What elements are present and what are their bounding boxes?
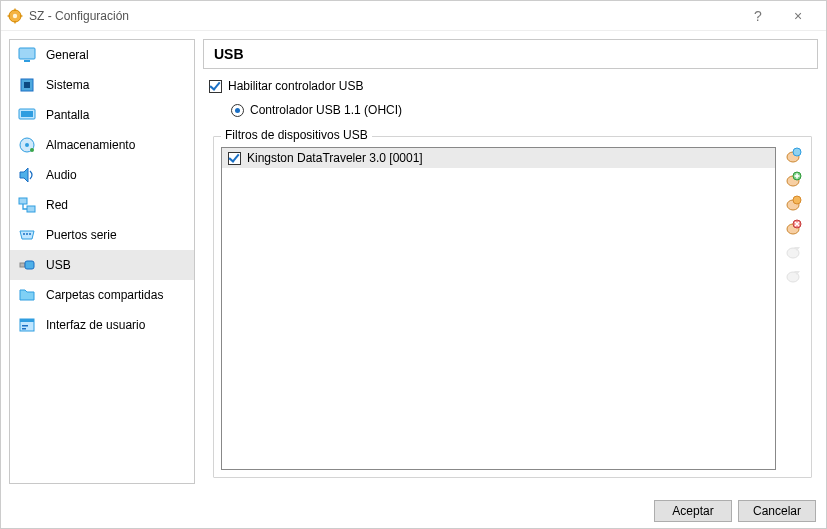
settings-sidebar: General Sistema Pantalla Almacenamiento (9, 39, 195, 484)
network-icon (18, 196, 36, 214)
ui-icon (18, 316, 36, 334)
sidebar-item-interfaz[interactable]: Interfaz de usuario (10, 310, 194, 340)
speaker-icon (18, 166, 36, 184)
sidebar-item-usb[interactable]: USB (10, 250, 194, 280)
checkbox-icon (228, 152, 241, 165)
enable-usb-checkbox[interactable]: Habilitar controlador USB (209, 79, 816, 93)
sidebar-item-label: Interfaz de usuario (46, 318, 145, 332)
section-title-box: USB (203, 39, 818, 69)
sidebar-item-label: Sistema (46, 78, 89, 92)
settings-main: USB Habilitar controlador USB Controlado… (203, 39, 818, 484)
display-icon (18, 106, 36, 124)
close-button[interactable]: × (778, 2, 818, 30)
svg-rect-7 (24, 60, 30, 62)
sidebar-item-label: Pantalla (46, 108, 89, 122)
svg-point-33 (793, 196, 801, 204)
folder-icon (18, 286, 36, 304)
monitor-icon (18, 46, 36, 64)
sidebar-item-label: USB (46, 258, 71, 272)
chip-icon (18, 76, 36, 94)
svg-point-27 (793, 148, 801, 156)
usb-add-device-icon[interactable] (784, 171, 802, 189)
serial-icon (18, 226, 36, 244)
usb-filters-group-label: Filtros de dispositivos USB (221, 128, 372, 142)
sidebar-item-general[interactable]: General (10, 40, 194, 70)
usb-filter-list[interactable]: Kingston DataTraveler 3.0 [0001] (221, 147, 776, 470)
svg-rect-11 (21, 111, 33, 117)
sidebar-item-audio[interactable]: Audio (10, 160, 194, 190)
accept-button[interactable]: Aceptar (654, 500, 732, 522)
settings-window: SZ - Configuración ? × General Sistema (0, 0, 827, 529)
usb-filter-item[interactable]: Kingston DataTraveler 3.0 [0001] (222, 148, 775, 168)
checkbox-icon (209, 80, 222, 93)
svg-rect-15 (19, 198, 27, 204)
usb-up-icon (784, 243, 802, 261)
radio-icon (231, 104, 244, 117)
sidebar-item-label: Red (46, 198, 68, 212)
svg-rect-6 (19, 48, 35, 59)
svg-rect-21 (25, 261, 34, 269)
usb-edit-icon[interactable] (784, 195, 802, 213)
disk-icon (18, 136, 36, 154)
svg-point-18 (26, 233, 28, 235)
usb-filter-label: Kingston DataTraveler 3.0 [0001] (247, 151, 423, 165)
sidebar-item-almacenamiento[interactable]: Almacenamiento (10, 130, 194, 160)
titlebar: SZ - Configuración ? × (1, 1, 826, 31)
app-icon (7, 8, 23, 24)
svg-rect-16 (27, 206, 35, 212)
svg-point-13 (25, 143, 29, 147)
svg-rect-25 (22, 328, 26, 330)
usb-remove-icon[interactable] (784, 219, 802, 237)
svg-point-14 (30, 148, 34, 152)
svg-rect-23 (20, 319, 34, 322)
sidebar-item-pantalla[interactable]: Pantalla (10, 100, 194, 130)
svg-point-1 (13, 13, 17, 17)
sidebar-item-label: Carpetas compartidas (46, 288, 163, 302)
sidebar-item-puertos-serie[interactable]: Puertos serie (10, 220, 194, 250)
svg-rect-20 (20, 263, 25, 267)
help-button[interactable]: ? (738, 2, 778, 30)
usb-down-icon (784, 267, 802, 285)
section-title: USB (214, 46, 244, 62)
sidebar-item-label: Puertos serie (46, 228, 117, 242)
svg-rect-9 (24, 82, 30, 88)
window-title: SZ - Configuración (29, 9, 129, 23)
sidebar-item-sistema[interactable]: Sistema (10, 70, 194, 100)
enable-usb-label: Habilitar controlador USB (228, 79, 363, 93)
svg-point-19 (29, 233, 31, 235)
usb-filters-group: Filtros de dispositivos USB Kingston Dat… (213, 129, 812, 478)
sidebar-item-carpetas[interactable]: Carpetas compartidas (10, 280, 194, 310)
usb-controller-label: Controlador USB 1.1 (OHCI) (250, 103, 402, 117)
usb-add-empty-icon[interactable] (784, 147, 802, 165)
dialog-footer: Aceptar Cancelar (1, 492, 826, 528)
svg-point-17 (23, 233, 25, 235)
sidebar-item-red[interactable]: Red (10, 190, 194, 220)
sidebar-item-label: Almacenamiento (46, 138, 135, 152)
sidebar-item-label: General (46, 48, 89, 62)
sidebar-item-label: Audio (46, 168, 77, 182)
usb-controller-radio[interactable]: Controlador USB 1.1 (OHCI) (231, 103, 816, 117)
cancel-button[interactable]: Cancelar (738, 500, 816, 522)
usb-filter-actions (782, 147, 804, 470)
svg-rect-24 (22, 325, 28, 327)
usb-icon (18, 256, 36, 274)
